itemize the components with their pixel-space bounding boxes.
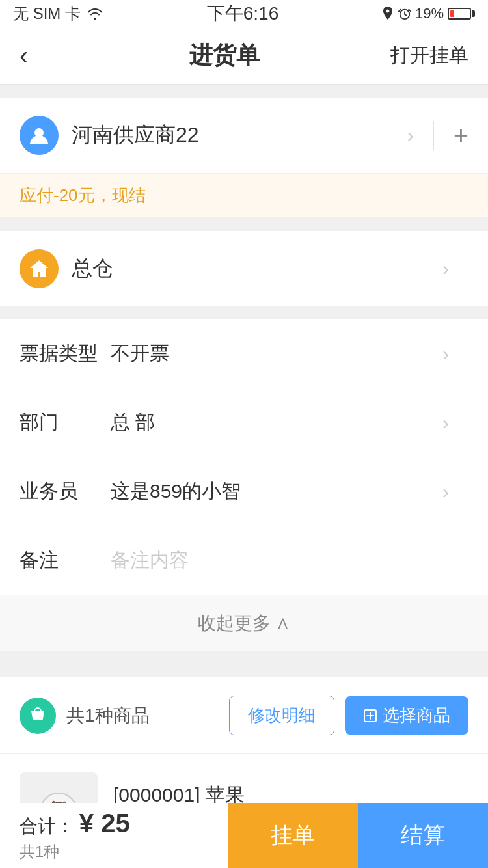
page-title: 进货单 <box>189 40 260 72</box>
status-left: 无 SIM 卡 <box>13 3 104 24</box>
supplier-section: 河南供应商22 › + 应付-20元，现结 <box>0 98 488 218</box>
sales-chevron-icon: › <box>442 481 449 503</box>
select-icon <box>363 709 377 723</box>
battery-text: 19% <box>415 5 444 22</box>
checkout-button[interactable]: 结算 <box>358 803 488 868</box>
add-supplier-icon[interactable]: + <box>454 121 468 150</box>
divider-1 <box>0 85 488 98</box>
dept-chevron-icon: › <box>442 412 449 434</box>
divider-2 <box>0 218 488 231</box>
sim-text: 无 SIM 卡 <box>13 3 81 24</box>
select-btn-label: 选择商品 <box>383 704 450 727</box>
warehouse-icon <box>20 249 59 288</box>
sales-label: 业务员 <box>20 478 111 505</box>
invoice-label: 票据类型 <box>20 340 111 367</box>
home-icon <box>28 258 50 280</box>
products-header: 共1种商品 修改明细 选择商品 <box>0 677 488 754</box>
sales-row[interactable]: 业务员 这是859的小智 › <box>0 457 488 526</box>
remark-input[interactable]: 备注内容 <box>111 547 468 574</box>
nav-bar: ‹ 进货单 打开挂单 <box>0 27 488 85</box>
collapse-row[interactable]: 收起更多 ∧ <box>0 595 488 651</box>
total-label: 合计： <box>20 816 74 836</box>
total-area: 合计： ¥ 25 共1种 <box>0 809 228 862</box>
status-right: 19% <box>381 5 475 22</box>
product-code: [0000001] <box>113 784 200 806</box>
products-count: 共1种商品 <box>66 703 229 728</box>
plus-divider <box>433 121 434 150</box>
total-line: 合计： ¥ 25 <box>20 809 208 839</box>
total-count: 共1种 <box>20 841 208 862</box>
invoice-value: 不开票 <box>111 340 442 367</box>
bottom-bar: 合计： ¥ 25 共1种 挂单 结算 <box>0 803 488 868</box>
invoice-chevron-icon: › <box>442 343 449 365</box>
warehouse-row[interactable]: 总仓 › <box>0 231 488 306</box>
select-product-button[interactable]: 选择商品 <box>345 696 468 735</box>
supplier-avatar <box>20 116 59 155</box>
modify-detail-button[interactable]: 修改明细 <box>229 696 334 735</box>
status-time: 下午6:16 <box>207 1 279 26</box>
hang-button[interactable]: 挂单 <box>228 803 358 868</box>
bag-icon <box>28 706 47 726</box>
alarm-icon <box>398 7 411 21</box>
back-button[interactable]: ‹ <box>20 41 59 70</box>
open-hang-button[interactable]: 打开挂单 <box>390 42 468 69</box>
total-amount: ¥ 25 <box>79 809 130 837</box>
location-icon <box>381 7 394 21</box>
status-bar: 无 SIM 卡 下午6:16 19% <box>0 0 488 27</box>
form-section: 票据类型 不开票 › 部门 总 部 › 业务员 这是859的小智 › 备注 备注… <box>0 319 488 595</box>
dept-value: 总 部 <box>111 409 442 436</box>
remark-row[interactable]: 备注 备注内容 <box>0 526 488 595</box>
cart-icon <box>20 698 56 734</box>
supplier-notice: 应付-20元，现结 <box>0 174 488 218</box>
dept-label: 部门 <box>20 409 111 436</box>
divider-3 <box>0 306 488 319</box>
supplier-name: 河南供应商22 <box>72 121 407 150</box>
supplier-chevron-icon: › <box>407 124 414 146</box>
user-icon <box>27 124 51 147</box>
warehouse-name: 总仓 <box>72 254 442 283</box>
invoice-row[interactable]: 票据类型 不开票 › <box>0 319 488 388</box>
warehouse-section: 总仓 › <box>0 231 488 306</box>
product-title: 苹果 <box>206 784 245 806</box>
supplier-row[interactable]: 河南供应商22 › + <box>0 98 488 174</box>
divider-4 <box>0 651 488 664</box>
dept-row[interactable]: 部门 总 部 › <box>0 388 488 457</box>
battery-icon <box>448 8 475 20</box>
wifi-icon <box>86 7 104 20</box>
warehouse-chevron-icon: › <box>442 258 449 280</box>
sales-value: 这是859的小智 <box>111 478 442 505</box>
remark-label: 备注 <box>20 547 111 574</box>
